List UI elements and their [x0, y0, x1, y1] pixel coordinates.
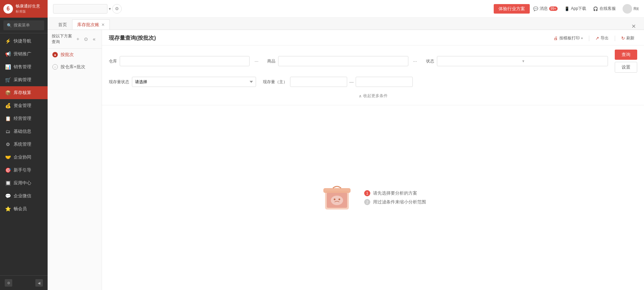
- sidebar-item-marketing[interactable]: 📢 营销推广: [0, 48, 48, 60]
- tab-bar: 首页 库存批次账 ✕ ✕: [48, 18, 644, 30]
- inventory-qty-group: 现存量（主） —: [263, 77, 413, 87]
- scheme-dot-active: ●: [52, 52, 58, 57]
- sidebar-item-inventory[interactable]: 📦 库存核算: [0, 86, 48, 99]
- sidebar-item-system[interactable]: ⚙ 系统管理: [0, 138, 48, 151]
- range-separator: —: [349, 79, 354, 85]
- messages-btn[interactable]: 💬 消息 99+: [533, 6, 558, 12]
- empty-state: 1 请先选择要分析的方案 2 用过滤条件来缩小分析范围: [102, 105, 644, 290]
- sidebar-item-operations[interactable]: 📋 经营管理: [0, 112, 48, 125]
- svg-point-2: [331, 196, 343, 205]
- product-label: 商品: [267, 58, 275, 64]
- sidebar-item-apps[interactable]: 🔲 应用中心: [0, 177, 48, 189]
- sidebar-settings-btn[interactable]: ⚙: [5, 279, 12, 287]
- status-filter-group: 状态 ▾: [426, 56, 608, 66]
- status-label: 状态: [426, 58, 434, 64]
- scheme-item-by-batch[interactable]: ● 按批次: [48, 49, 102, 61]
- product-input[interactable]: [278, 56, 408, 66]
- topbar-right: 💬 消息 99+ 📱 App下载 🎧 在线客服 Rit: [533, 4, 639, 14]
- content-area: 按以下方案查询 ＋ ⊙ « ● 按批次: [48, 30, 644, 290]
- app-edition: 标准版: [16, 9, 40, 14]
- sidebar-item-quick-nav[interactable]: ⚡ 快捷导航: [0, 35, 48, 48]
- messages-badge: 99+: [549, 6, 558, 11]
- tab-home[interactable]: 首页: [53, 19, 72, 30]
- status-dropdown-arrow: ▾: [522, 59, 605, 64]
- gear-icon: ⊙: [84, 36, 88, 42]
- close-panel-btn[interactable]: ✕: [629, 23, 639, 30]
- tab-close-btn[interactable]: ✕: [101, 23, 105, 27]
- sidebar-search-area: 🔍 搜索菜单: [0, 18, 48, 33]
- empty-svg: [320, 181, 354, 215]
- sidebar: 6 畅康通好生意 标准版 🔍 搜索菜单 ⚡ 快捷导航 📢 营销推广 📊 销售管理…: [0, 0, 48, 290]
- product-dots-icon: ···: [413, 58, 417, 64]
- sidebar-item-enterprise[interactable]: 🤝 企业协同: [0, 151, 48, 164]
- scheme-collapse-btn[interactable]: «: [91, 36, 98, 42]
- topbar-dropdown-btn[interactable]: ▾: [109, 6, 111, 11]
- warehouse-filter-group: 仓库 ···: [109, 56, 260, 66]
- scheme-header-label: 按以下方案查询: [52, 33, 74, 45]
- warehouse-label: 仓库: [109, 58, 117, 64]
- collapse-filter-btn[interactable]: ∧ 收起更多条件: [359, 91, 388, 101]
- inventory-qty-start[interactable]: [290, 77, 347, 87]
- purchase-icon: 🛒: [5, 77, 11, 83]
- dots-icon: ···: [254, 58, 258, 64]
- basic-icon: 🗂: [5, 128, 11, 134]
- user-profile-btn[interactable]: Rit: [623, 4, 639, 14]
- tab-batch-account[interactable]: 库存批次账 ✕: [72, 19, 110, 30]
- apps-icon: 🔲: [5, 180, 11, 186]
- app-branding: 畅康通好生意 标准版: [16, 4, 40, 14]
- add-icon: ＋: [75, 36, 80, 42]
- app-download-btn[interactable]: 📱 App下载: [564, 6, 586, 12]
- sidebar-item-basic[interactable]: 🗂 基础信息: [0, 125, 48, 138]
- collapse-icon: «: [93, 36, 96, 42]
- tip-num-1: 1: [364, 190, 370, 196]
- inventory-qty-range: —: [290, 77, 413, 87]
- export-icon: ↗: [595, 36, 599, 41]
- page-actions: 🖨 按模板打印 ▾ ↗ 导出 ↻ 刷新: [551, 34, 637, 42]
- filter-area: 仓库 ··· 商品 ··· 状态: [102, 46, 644, 105]
- scheme-panel: 按以下方案查询 ＋ ⊙ « ● 按批次: [48, 30, 102, 290]
- topbar-search-input[interactable]: [53, 4, 107, 14]
- warehouse-input[interactable]: [120, 56, 250, 66]
- sidebar-item-newbie[interactable]: 🎯 新手引导: [0, 164, 48, 177]
- tip-num-2: 2: [364, 199, 370, 205]
- svg-point-4: [339, 199, 340, 200]
- sidebar-item-member[interactable]: ⭐ 畅会员: [0, 202, 48, 215]
- sidebar-search-button[interactable]: 🔍 搜索菜单: [3, 20, 44, 30]
- setting-btn[interactable]: 设置: [615, 62, 637, 73]
- svg-rect-5: [323, 188, 351, 193]
- empty-tip-2: 2 用过滤条件来缩小分析范围: [364, 199, 426, 205]
- print-icon: 🖨: [554, 36, 558, 41]
- sidebar-item-purchase[interactable]: 🛒 采购管理: [0, 73, 48, 86]
- trial-button[interactable]: 体验行业方案: [494, 4, 530, 14]
- add-scheme-btn[interactable]: ＋: [74, 36, 81, 42]
- main-area: ▾ ⚙ 体验行业方案 💬 消息 99+ 📱 App下载 🎧 在线客服 Rit: [48, 0, 644, 290]
- print-btn[interactable]: 🖨 按模板打印 ▾: [551, 34, 586, 42]
- inventory-qty-end[interactable]: [356, 77, 413, 87]
- online-service-btn[interactable]: 🎧 在线客服: [593, 6, 616, 12]
- divider-2: [615, 36, 615, 41]
- scheme-settings-btn[interactable]: ⊙: [83, 36, 89, 42]
- refresh-btn[interactable]: ↻ 刷新: [618, 34, 637, 42]
- status-select[interactable]: ▾: [437, 56, 608, 66]
- inventory-status-group: 现存量状态 请选择: [109, 77, 256, 87]
- scheme-header: 按以下方案查询 ＋ ⊙ «: [48, 30, 102, 49]
- sidebar-collapse-btn[interactable]: ◀: [35, 279, 43, 287]
- scheme-actions: ＋ ⊙ «: [74, 36, 98, 42]
- query-btn[interactable]: 查询: [615, 50, 637, 60]
- topbar-search-area: ▾ ⚙: [53, 4, 490, 14]
- inventory-status-select[interactable]: 请选择: [132, 77, 256, 87]
- svg-point-3: [334, 199, 336, 200]
- user-name: Rit: [633, 6, 639, 11]
- warehouse-dots-btn[interactable]: ···: [252, 57, 260, 65]
- sidebar-header: 6 畅康通好生意 标准版: [0, 0, 48, 18]
- sidebar-item-finance[interactable]: 💰 资金管理: [0, 99, 48, 112]
- product-dots-btn[interactable]: ···: [411, 57, 419, 65]
- sidebar-item-sales[interactable]: 📊 销售管理: [0, 60, 48, 73]
- print-dropdown-icon: ▾: [581, 36, 583, 40]
- scheme-item-by-warehouse-batch[interactable]: ○ 按仓库+批次: [48, 61, 102, 73]
- topbar-settings-btn[interactable]: ⚙: [112, 4, 122, 14]
- empty-illustration: [320, 181, 354, 215]
- export-btn[interactable]: ↗ 导出: [593, 34, 611, 42]
- sidebar-item-wechat[interactable]: 💬 企业微信: [0, 189, 48, 202]
- empty-tip-1: 1 请先选择要分析的方案: [364, 190, 426, 196]
